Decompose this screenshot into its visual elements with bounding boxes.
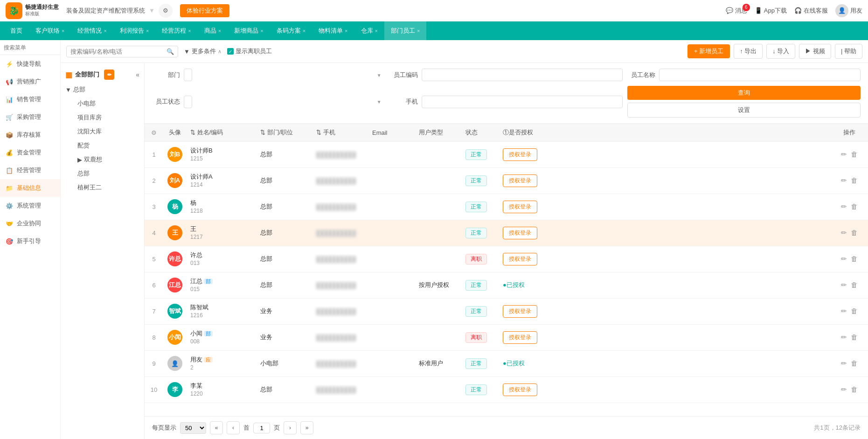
close-icon[interactable]: × [146,28,149,34]
tab-employee[interactable]: 部门员工 × [384,21,426,40]
employee-search-input[interactable] [70,48,164,55]
edit-button[interactable]: ✏ [841,307,847,315]
last-page-button[interactable]: » [300,421,313,434]
dept-edit-button[interactable]: ✏ [104,70,114,80]
edit-button[interactable]: ✏ [841,359,847,368]
delete-button[interactable]: 🗑 [851,229,858,237]
edit-button[interactable]: ✏ [841,281,847,289]
tab-history[interactable]: 经营历程 × [155,21,197,40]
dept-group-hq[interactable]: ▼ 总部 [61,83,144,97]
sidebar-item-purchase[interactable]: 🛒 采购管理 [0,108,60,126]
edit-button[interactable]: ✏ [841,255,847,263]
delete-button[interactable]: 🗑 [851,385,858,394]
close-icon[interactable]: × [417,28,420,34]
edit-button[interactable]: ✏ [841,229,847,237]
auth-button[interactable]: 授权登录 [503,174,537,187]
help-button[interactable]: | 帮助 [835,44,862,59]
dropdown-arrow-icon[interactable]: ▼ [149,7,155,14]
th-name[interactable]: ⇅ 姓名/编码 [187,124,257,142]
tab-profit[interactable]: 利润报告 × [113,21,155,40]
page-size-select[interactable]: 50 100 [180,422,206,434]
sidebar-item-guide[interactable]: 🎯 新手引导 [0,232,60,250]
close-icon[interactable]: × [62,28,64,34]
more-filter-button[interactable]: ▼ 更多条件 ∧ [184,47,222,56]
auth-button[interactable]: 授权登录 [503,383,537,396]
tab-customer[interactable]: 客户联络 × [29,21,71,40]
close-icon[interactable]: × [260,28,263,34]
delete-button[interactable]: 🗑 [851,176,858,185]
status-select[interactable] [184,96,192,108]
import-button[interactable]: ↓ 导入 [766,44,795,59]
close-icon[interactable]: × [218,28,221,34]
auth-button[interactable]: 授权登录 [503,331,537,344]
auth-button[interactable]: 授权登录 [503,305,537,318]
auth-button[interactable]: 授权登录 [503,227,537,239]
sidebar-item-collab[interactable]: 🤝 企业协同 [0,215,60,232]
export-button[interactable]: ↑ 导出 [734,44,763,59]
tab-home[interactable]: 首页 [4,21,29,40]
collapse-button[interactable]: « [136,71,139,78]
settings-button[interactable]: ⚙ [159,4,173,18]
search-input[interactable] [4,44,61,51]
add-employee-button[interactable]: + 新增员工 [687,44,730,58]
sidebar-item-operation[interactable]: 📋 经营管理 [0,161,60,179]
code-input[interactable] [422,69,623,81]
auth-button[interactable]: 授权登录 [503,253,537,265]
close-icon[interactable]: × [303,28,306,34]
auth-button[interactable]: 授权登录 [503,201,537,213]
close-icon[interactable]: × [104,28,106,34]
dept-item-shuanglu[interactable]: ▶双鹿想 [68,153,144,167]
first-page-button[interactable]: « [210,421,223,434]
dept-item-xiaodibu[interactable]: 小电部 [68,97,144,111]
search-icon[interactable]: 🔍 [167,48,174,55]
sidebar-item-marketing[interactable]: 📢 营销推广 [0,73,60,91]
tab-barcode[interactable]: 条码方案 × [270,21,312,40]
sidebar-item-sales[interactable]: 📊 销售管理 [0,91,60,108]
dept-item-shenyang[interactable]: 沈阳大库 [68,125,144,139]
video-button[interactable]: ▶ 视频 [799,44,831,59]
close-icon[interactable]: × [345,28,347,34]
name-input[interactable] [659,69,861,81]
edit-button[interactable]: ✏ [841,202,847,211]
sidebar-item-finance[interactable]: 💰 资金管理 [0,144,60,161]
show-resigned-checkbox[interactable]: ✓ 显示离职员工 [227,47,272,56]
reset-button[interactable]: 设置 [627,103,861,118]
close-icon[interactable]: × [375,28,378,34]
edit-button[interactable]: ✏ [841,333,847,341]
sidebar-item-system[interactable]: ⚙️ 系统管理 [0,197,60,215]
phone-input[interactable] [422,96,623,108]
delete-button[interactable]: 🗑 [851,202,858,211]
delete-button[interactable]: 🗑 [851,359,858,368]
dept-select[interactable] [184,69,192,81]
delete-button[interactable]: 🗑 [851,333,858,341]
page-number-input[interactable] [253,423,270,433]
dept-item-hq[interactable]: 总部 [68,167,144,181]
app-download-button[interactable]: 📱 App下载 [755,7,787,15]
edit-button[interactable]: ✏ [841,176,847,185]
tab-goods[interactable]: 商品 × [198,21,228,40]
delete-button[interactable]: 🗑 [851,150,858,159]
dept-item-peihu[interactable]: 配货 [68,139,144,153]
tab-bom[interactable]: 物料清单 × [312,21,354,40]
prev-page-button[interactable]: ‹ [227,421,240,434]
delete-button[interactable]: 🗑 [851,255,858,263]
sidebar-item-nav[interactable]: ⚡ 快捷导航 [0,55,60,73]
close-icon[interactable]: × [188,28,191,34]
delete-button[interactable]: 🗑 [851,307,858,315]
auth-button[interactable]: 授权登录 [503,148,537,161]
th-dept[interactable]: ⇅ 部门/职位 [257,124,312,142]
tab-warehouse[interactable]: 仓库 × [354,21,384,40]
th-phone[interactable]: ⇅ 手机 [312,124,368,142]
tab-new-goods[interactable]: 新增商品 × [228,21,270,40]
dept-item-zhishu[interactable]: 植树王二 [68,181,144,195]
dept-item-project[interactable]: 项目库房 [68,111,144,125]
sidebar-item-inventory[interactable]: 📦 库存核算 [0,126,60,144]
trial-button[interactable]: 体验行业方案 [180,4,229,17]
tab-operation[interactable]: 经营情况 × [71,21,113,40]
message-button[interactable]: 💬 消息 6 [726,7,747,15]
th-settings[interactable]: ⚙ [145,124,163,142]
online-support-button[interactable]: 🎧 在线客服 [794,7,828,15]
next-page-button[interactable]: › [284,421,297,434]
edit-button[interactable]: ✏ [841,150,847,159]
sidebar-item-basics[interactable]: 📁 基础信息 [0,179,60,197]
